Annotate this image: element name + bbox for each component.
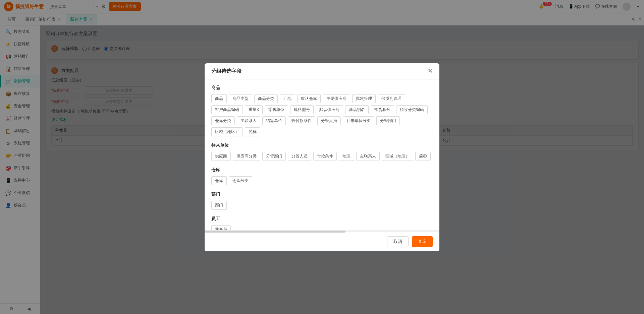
section-goods-title: 商品 (211, 85, 433, 91)
field-tag[interactable]: 主要供应商 (323, 94, 350, 103)
field-tag[interactable]: 主联系人 (356, 152, 380, 161)
field-tag[interactable]: 收付款条件 (288, 116, 315, 125)
modal-close-icon[interactable]: ✕ (428, 68, 433, 74)
modal-hscroll-thumb (205, 231, 345, 233)
field-tag[interactable]: 商品 (211, 94, 227, 103)
field-tag[interactable]: 业务员 (211, 225, 231, 230)
field-tag[interactable]: 批次管理 (352, 94, 376, 103)
field-tag[interactable]: 税收分类编码 (396, 105, 428, 114)
field-tag[interactable]: 分管部门 (376, 116, 400, 125)
field-tag[interactable]: 往来单位分类 (343, 116, 374, 125)
field-tag[interactable]: 客户商品编码 (211, 105, 243, 114)
field-tag[interactable]: 保质期管理 (378, 94, 405, 103)
field-tag[interactable]: 规格型号 (290, 105, 314, 114)
field-tag[interactable]: 分管人员 (288, 152, 311, 161)
section-partner: 往来单位 供应商 供应商分类 分管部门 分管人员 付款条件 地区 主联系人 区域… (211, 142, 433, 161)
confirm-button[interactable]: 查询 (412, 236, 433, 247)
section-staff-fields: 业务员 (211, 225, 433, 230)
field-tag[interactable]: 仓库分类 (211, 116, 235, 125)
field-tag[interactable]: 供应商分类 (233, 152, 260, 161)
cancel-button[interactable]: 取消 (387, 236, 409, 247)
field-tag[interactable]: 商品别名 (345, 105, 369, 114)
field-tag[interactable]: 区域（地区） (211, 127, 243, 136)
field-tag[interactable]: 部门 (211, 201, 227, 210)
section-warehouse-fields: 仓库 仓库分类 (211, 176, 433, 185)
modal-group-fields: 分组待选字段 ✕ 商品 商品 商品类型 商品分类 产地 默认仓库 主要供应商 批… (205, 63, 439, 251)
section-warehouse-title: 仓库 (211, 167, 433, 173)
field-tag[interactable]: 商品类型 (229, 94, 252, 103)
field-tag[interactable]: 仓库分类 (229, 176, 252, 185)
field-tag[interactable]: 仓库 (211, 176, 227, 185)
field-tag[interactable]: 结算单位 (262, 116, 286, 125)
field-tag[interactable]: 默认供应商 (316, 105, 343, 114)
field-tag[interactable]: 简称 (245, 127, 260, 136)
section-staff-title: 员工 (211, 216, 433, 222)
section-dept-fields: 部门 (211, 201, 433, 210)
modal-body: 商品 商品 商品类型 商品分类 产地 默认仓库 主要供应商 批次管理 保质期管理… (205, 79, 439, 230)
field-tag[interactable]: 地区 (339, 152, 354, 161)
field-tag[interactable]: 付款条件 (313, 152, 337, 161)
modal-hscroll[interactable] (205, 230, 439, 232)
field-tag[interactable]: 区域（地区） (382, 152, 413, 161)
field-tag[interactable]: 供应商 (211, 152, 231, 161)
field-tag[interactable]: 拣货积分 (371, 105, 394, 114)
field-tag[interactable]: 重量3 (245, 105, 263, 114)
section-goods: 商品 商品 商品类型 商品分类 产地 默认仓库 主要供应商 批次管理 保质期管理… (211, 85, 433, 136)
modal-header: 分组待选字段 ✕ (205, 63, 439, 79)
field-tag[interactable]: 分管部门 (262, 152, 286, 161)
field-tag[interactable]: 零售单位 (265, 105, 288, 114)
field-tag[interactable]: 产地 (280, 94, 295, 103)
section-warehouse: 仓库 仓库 仓库分类 (211, 167, 433, 185)
field-tag[interactable]: 默认仓库 (297, 94, 321, 103)
modal-overlay: 分组待选字段 ✕ 商品 商品 商品类型 商品分类 产地 默认仓库 主要供应商 批… (0, 0, 644, 314)
section-goods-fields: 商品 商品类型 商品分类 产地 默认仓库 主要供应商 批次管理 保质期管理 客户… (211, 94, 433, 136)
section-dept-title: 部门 (211, 191, 433, 197)
field-tag[interactable]: 商品分类 (254, 94, 278, 103)
field-tag[interactable]: 分管人员 (317, 116, 341, 125)
modal-title: 分组待选字段 (211, 68, 241, 74)
field-tag[interactable]: 简称 (415, 152, 431, 161)
field-tag[interactable]: 主联系人 (237, 116, 260, 125)
section-dept: 部门 部门 (211, 191, 433, 210)
section-staff: 员工 业务员 (211, 216, 433, 230)
section-partner-fields: 供应商 供应商分类 分管部门 分管人员 付款条件 地区 主联系人 区域（地区） … (211, 152, 433, 161)
section-partner-title: 往来单位 (211, 142, 433, 148)
